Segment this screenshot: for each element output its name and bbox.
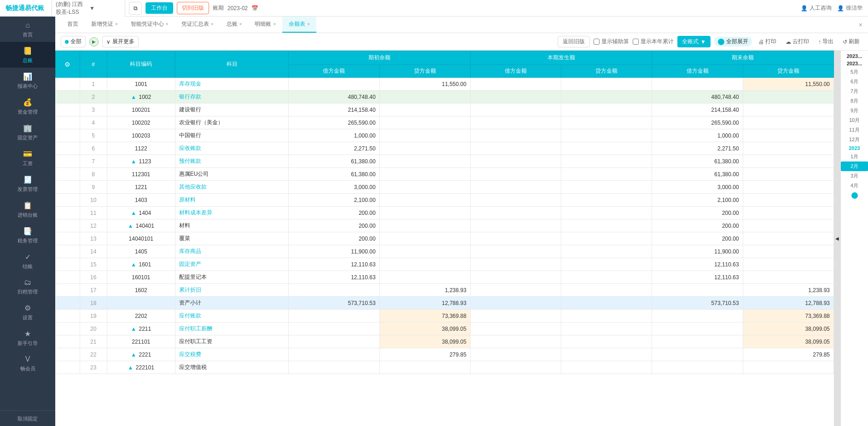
fold-icon[interactable]: ▲ — [131, 158, 138, 165]
table-row: 171602累计折旧1,238.931,238.93 — [56, 284, 834, 297]
sidebar-item-invoice[interactable]: 🧾 发票管理 — [0, 171, 55, 196]
fold-icon[interactable]: ▲ — [131, 351, 138, 358]
month-8[interactable]: 8月 — [841, 96, 868, 106]
row-code: ▲ 222101 — [107, 361, 175, 374]
sidebar-item-home[interactable]: ⌂ 首页 — [0, 17, 55, 42]
fold-icon[interactable]: ▲ — [131, 94, 138, 100]
tab-smart-center-close[interactable]: × — [166, 22, 169, 27]
tab-smart-center[interactable]: 智能凭证中心 × — [124, 17, 175, 33]
tab-voucher-summary-close[interactable]: × — [211, 22, 214, 27]
tab-voucher-summary[interactable]: 凭证汇总表 × — [175, 17, 220, 33]
row-subject[interactable]: 其他应收款 — [175, 181, 289, 194]
fullmode-button[interactable]: 全账式 ▼ — [677, 36, 711, 47]
sidebar-label-member: 畅会员 — [20, 365, 35, 372]
tab-balance-close[interactable]: × — [307, 22, 310, 27]
month-6[interactable]: 6月 — [841, 77, 868, 86]
gear-icon[interactable]: ⚙ — [64, 61, 70, 68]
month-3[interactable]: 3月 — [841, 171, 868, 181]
cloud-print-button[interactable]: ☁ 云打印 — [783, 36, 812, 47]
sidebar-item-tax[interactable]: 📑 税务管理 — [0, 222, 55, 248]
row-subject[interactable]: 原材料 — [175, 194, 289, 207]
unpin-button[interactable]: 取消固定 — [0, 411, 55, 426]
expand-circle-icon[interactable] — [851, 192, 858, 199]
fold-icon[interactable]: ▲ — [131, 326, 138, 332]
month-4[interactable]: 4月 — [841, 181, 868, 190]
right-panel-toggle[interactable]: ◀ — [834, 51, 840, 426]
row-ob-debit: 480,748.40 — [289, 91, 379, 104]
month-10[interactable]: 10月 — [841, 115, 868, 125]
return-old-button[interactable]: 返回旧版 — [558, 36, 590, 47]
export-button[interactable]: ↑ 导出 — [816, 36, 836, 47]
sidebar-item-archive[interactable]: 🗂 归档管理 — [0, 274, 55, 299]
month-12[interactable]: 12月 — [841, 135, 868, 144]
row-subject[interactable]: 库存商品 — [175, 245, 289, 258]
month-5[interactable]: 5月 — [841, 67, 868, 77]
tab-home[interactable]: 首页 — [61, 17, 85, 33]
table-row: 1314040101覆菜200.00200.00 — [56, 232, 834, 245]
month-9[interactable]: 9月 — [841, 106, 868, 115]
sidebar-item-reports[interactable]: 📊 报表中心 — [0, 68, 55, 93]
sidebar-item-settings[interactable]: ⚙ 设置 — [0, 299, 55, 325]
tab-detail-close[interactable]: × — [273, 22, 276, 27]
consult-link[interactable]: 👤 人工咨询 — [801, 4, 832, 12]
switch-button[interactable]: 切到旧版 — [177, 2, 209, 14]
row-subject[interactable]: 银行存款 — [175, 91, 289, 104]
sidebar-item-ledger[interactable]: 📒 总账 — [0, 42, 55, 68]
row-subject[interactable]: 库存现金 — [175, 78, 289, 91]
expand-all-toggle[interactable]: 全部展开 — [714, 37, 752, 46]
navigate-right-button[interactable]: ▶ — [89, 37, 99, 46]
fold-icon[interactable]: ▲ — [128, 364, 135, 371]
expand-more-button[interactable]: ∨ 展开更多 — [102, 36, 139, 47]
tab-new-voucher-close[interactable]: × — [115, 22, 118, 27]
table-row: 12▲ 140401材料200.00200.00 — [56, 219, 834, 232]
company-selector[interactable]: (勿删) 江西股圣-LSS ▼ — [52, 0, 125, 17]
fold-icon[interactable]: ▲ — [131, 261, 138, 268]
table-row: 22▲ 2221应交税费279.85279.85 — [56, 348, 834, 361]
row-subject[interactable]: 应收账款 — [175, 142, 289, 155]
copy-icon[interactable]: ⧉ — [129, 2, 142, 15]
tab-detail[interactable]: 明细账 × — [248, 17, 282, 33]
sidebar-item-guide[interactable]: ★ 新手引导 — [0, 325, 55, 351]
row-subject[interactable]: 累计折旧 — [175, 284, 289, 297]
user-info[interactable]: 👤 徐洁华 — [837, 4, 862, 12]
tab-ledger[interactable]: 总账 × — [220, 17, 249, 33]
fold-icon[interactable]: ▲ — [128, 223, 135, 229]
table-row: 61122应收账款2,271.502,271.50 — [56, 142, 834, 155]
month-1[interactable]: 1月 — [841, 152, 868, 161]
sidebar-item-checkout[interactable]: ✓ 结账 — [0, 248, 55, 274]
tab-balance[interactable]: 余额表 × — [282, 17, 316, 33]
row-subject[interactable]: 应付账款 — [175, 310, 289, 322]
fold-icon[interactable]: ▲ — [131, 210, 138, 216]
row-subject[interactable]: 固定资产 — [175, 258, 289, 271]
all-filter-button[interactable]: 全部 — [61, 36, 86, 47]
refresh-button[interactable]: ↺ 刷新 — [840, 36, 862, 47]
show-ytd-checkbox[interactable]: 显示本年累计 — [633, 38, 674, 46]
main-close-button[interactable]: × — [859, 21, 862, 29]
sidebar-item-member[interactable]: V 畅会员 — [0, 351, 55, 376]
month-11[interactable]: 11月 — [841, 125, 868, 135]
calendar-icon[interactable]: 📅 — [251, 5, 258, 12]
print-icon: 🖨 — [758, 39, 764, 45]
sidebar-item-assets[interactable]: 🏢 固定资产 — [0, 119, 55, 145]
month-7[interactable]: 7月 — [841, 86, 868, 96]
tab-ledger-close[interactable]: × — [239, 22, 242, 27]
row-cur-credit — [561, 194, 652, 207]
sidebar-item-salary[interactable]: 💳 工资 — [0, 145, 55, 171]
sidebar-item-sales[interactable]: 📋 进销台账 — [0, 196, 55, 222]
show-auxiliary-checkbox[interactable]: 显示辅助算 — [594, 38, 629, 46]
row-subject[interactable]: 预付账款 — [175, 155, 289, 168]
workbench-button[interactable]: 工作台 — [146, 2, 173, 14]
row-subject: 应交增值税 — [175, 361, 289, 374]
row-number: 21 — [80, 335, 107, 348]
row-subject[interactable]: 材料成本差异 — [175, 207, 289, 219]
ytd-checkbox-input[interactable] — [633, 39, 639, 45]
row-subject[interactable]: 应付职工薪酬 — [175, 322, 289, 335]
print-button[interactable]: 🖨 打印 — [756, 36, 779, 47]
auxiliary-checkbox-input[interactable] — [594, 39, 600, 45]
row-subject[interactable]: 应交税费 — [175, 348, 289, 361]
settings-column-header[interactable]: ⚙ — [56, 51, 80, 78]
refresh-icon: ↺ — [843, 39, 847, 45]
tab-new-voucher[interactable]: 新增凭证 × — [85, 17, 124, 33]
sidebar-item-capital[interactable]: 💰 资金管理 — [0, 93, 55, 119]
month-2-active[interactable]: 2月 — [841, 161, 868, 171]
